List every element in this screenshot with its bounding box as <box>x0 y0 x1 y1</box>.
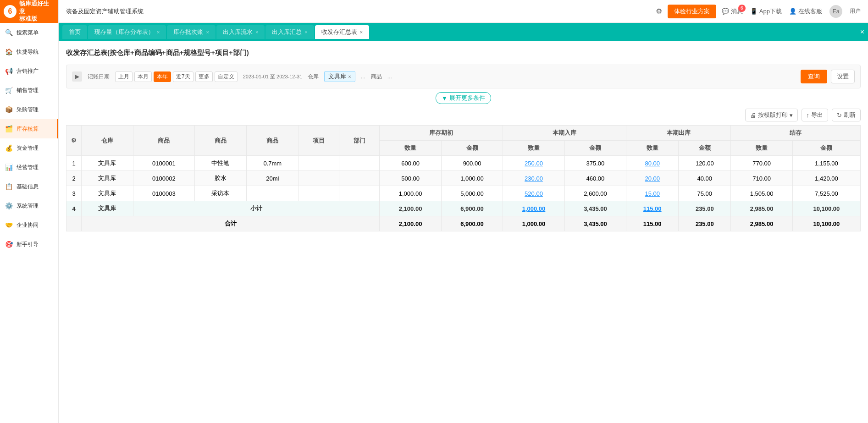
sidebar-item-marketing[interactable]: 📢 营销推广 <box>0 61 58 81</box>
table-row: 3 文具库 0100003 采访本 1,000.00 5,000.00 520.… <box>66 186 861 201</box>
sidebar-label-finance: 资金管理 <box>17 144 39 152</box>
online-service-btn[interactable]: 👤 在线客服 <box>789 7 822 16</box>
tab-close-3[interactable]: × <box>255 29 258 35</box>
sidebar-item-quick-nav[interactable]: 🏠 快捷导航 <box>0 42 58 61</box>
date-btn-近7天[interactable]: 近7天 <box>173 71 194 82</box>
sub-qty-out[interactable]: 115.00 <box>626 201 679 216</box>
print-icon: 🖨 <box>750 112 756 119</box>
row-dept <box>339 156 380 171</box>
row-warehouse: 文具库 <box>82 186 133 201</box>
sidebar-item-finance[interactable]: 💰 资金管理 <box>0 138 58 158</box>
sidebar-item-sales[interactable]: 🛒 销售管理 <box>0 81 58 100</box>
sidebar-menu: 🔍 搜索菜单 🏠 快捷导航 📢 营销推广 🛒 销售管理 📦 采购管理 🗂️ 库存… <box>0 23 58 423</box>
filter-settings-button[interactable]: 设置 <box>831 70 855 83</box>
col-code: 商品 <box>133 126 194 156</box>
print-button[interactable]: 🖨 按模版打印 ▾ <box>745 109 798 121</box>
row-qty-in[interactable]: 250.00 <box>503 156 564 171</box>
col-in-qty: 数量 <box>503 141 564 156</box>
warehouse-more[interactable]: ... <box>361 73 365 80</box>
table-settings-icon[interactable]: ⚙ <box>66 126 82 156</box>
sub-qty-in[interactable]: 1,000.00 <box>503 201 564 216</box>
sidebar-item-enterprise[interactable]: 🤝 企业协同 <box>0 215 58 235</box>
trial-button[interactable]: 体验行业方案 <box>668 5 716 18</box>
row-project <box>299 186 339 201</box>
sidebar-label-inventory: 库存核算 <box>17 125 39 133</box>
topbar: 装备及固定资产辅助管理系统 ⚙ 体验行业方案 💬 消息 6 📱 App下载 👤 … <box>59 0 868 23</box>
date-btn-本月[interactable]: 本月 <box>134 71 152 82</box>
warehouse-tag-close[interactable]: × <box>348 74 351 79</box>
print-label: 按模版打印 <box>758 111 788 119</box>
sidebar-item-purchase[interactable]: 📦 采购管理 <box>0 100 58 119</box>
row-qty-out[interactable]: 15.00 <box>626 186 679 201</box>
app-download-btn[interactable]: 📱 App下载 <box>750 7 782 16</box>
row-qty-out[interactable]: 80.00 <box>626 156 679 171</box>
sub-amt-end: 10,100.00 <box>792 201 860 216</box>
row-project <box>299 156 339 171</box>
system-icon: ⚙️ <box>5 202 13 210</box>
export-icon: ↑ <box>807 112 810 119</box>
date-btn-更多[interactable]: 更多 <box>195 71 213 82</box>
tab-4[interactable]: 出入库汇总× <box>265 25 314 39</box>
tab-close-1[interactable]: × <box>157 29 160 35</box>
sidebar-item-operations[interactable]: 📊 经营管理 <box>0 158 58 177</box>
export-button[interactable]: ↑ 导出 <box>802 109 829 121</box>
sidebar-logo: 6 畅库通好生意 标准版 <box>0 0 58 23</box>
sidebar-item-basic-info[interactable]: 📋 基础信息 <box>0 177 58 196</box>
row-qty-end: 770.00 <box>731 156 792 171</box>
date-btn-本年[interactable]: 本年 <box>154 71 171 82</box>
expand-button[interactable]: ▼ 展开更多条件 <box>436 92 491 104</box>
row-qty-in[interactable]: 520.00 <box>503 186 564 201</box>
tab-close-4[interactable]: × <box>304 29 307 35</box>
col-project: 项目 <box>299 126 339 156</box>
row-spec: 20ml <box>246 171 299 186</box>
refresh-button[interactable]: ↻ 刷新 <box>832 109 861 121</box>
row-warehouse: 文具库 <box>82 171 133 186</box>
username[interactable]: 用户 <box>850 7 861 15</box>
filter-collapse-btn[interactable]: ▶ <box>72 71 82 82</box>
sidebar-item-search[interactable]: 🔍 搜索菜单 <box>0 23 58 42</box>
row-qty-out[interactable]: 20.00 <box>626 171 679 186</box>
message-btn[interactable]: 💬 消息 6 <box>722 7 743 16</box>
marketing-icon: 📢 <box>5 67 13 75</box>
sub-qty-end: 2,985.00 <box>731 201 792 216</box>
sidebar-item-guide[interactable]: 🎯 新手引导 <box>0 235 58 254</box>
tab-3[interactable]: 出入库流水× <box>216 25 265 39</box>
tab-0[interactable]: 首页 <box>62 25 87 39</box>
tab-close-5[interactable]: × <box>360 29 363 35</box>
main-content: 装备及固定资产辅助管理系统 ⚙ 体验行业方案 💬 消息 6 📱 App下载 👤 … <box>59 0 868 423</box>
filter-actions: 查询 设置 <box>801 70 855 83</box>
tab-close-2[interactable]: × <box>206 29 209 35</box>
purchase-icon: 📦 <box>5 105 13 114</box>
sidebar-item-inventory[interactable]: 🗂️ 库存核算 <box>0 119 58 138</box>
basic-info-icon: 📋 <box>5 182 13 191</box>
refresh-icon: ↻ <box>837 112 842 119</box>
row-code: 0100001 <box>133 156 194 171</box>
tab-2[interactable]: 库存批次账× <box>167 25 215 39</box>
row-qty-begin: 1,000.00 <box>380 186 441 201</box>
row-qty-in[interactable]: 230.00 <box>503 171 564 186</box>
row-amt-out: 40.00 <box>679 171 731 186</box>
tabs-close-all[interactable]: × <box>860 28 864 36</box>
tab-label-3: 出入库流水 <box>223 28 253 36</box>
tab-1[interactable]: 现存量（库存分布表）× <box>88 25 166 39</box>
date-btn-上月[interactable]: 上月 <box>115 71 133 82</box>
date-btn-自定义[interactable]: 自定义 <box>215 71 238 82</box>
col-end-amt: 金额 <box>792 141 860 156</box>
row-qty-end: 1,505.00 <box>731 186 792 201</box>
row-amt-end: 1,420.00 <box>792 171 860 186</box>
logo-text: 畅库通好生意 标准版 <box>19 0 55 23</box>
tab-5[interactable]: 收发存汇总表× <box>315 25 369 39</box>
message-badge: 6 <box>738 5 746 12</box>
query-button[interactable]: 查询 <box>801 70 827 83</box>
sales-icon: 🛒 <box>5 86 13 94</box>
sidebar-label-search: 搜索菜单 <box>17 29 39 37</box>
row-amt-end: 1,155.00 <box>792 156 860 171</box>
subtotal-row: 4 文具库 小计 2,100.00 6,900.00 1,000.00 3,43… <box>66 201 861 216</box>
goods-more[interactable]: ... <box>387 73 392 80</box>
avatar: Ea <box>829 5 842 18</box>
warehouse-tag: 文具库 × <box>324 71 355 82</box>
table-row: 1 文具库 0100001 中性笔 0.7mm 600.00 900.00 25… <box>66 156 861 171</box>
sidebar-item-system[interactable]: ⚙️ 系统管理 <box>0 196 58 215</box>
tab-label-1: 现存量（库存分布表） <box>94 28 154 36</box>
settings-icon[interactable]: ⚙ <box>656 7 662 16</box>
